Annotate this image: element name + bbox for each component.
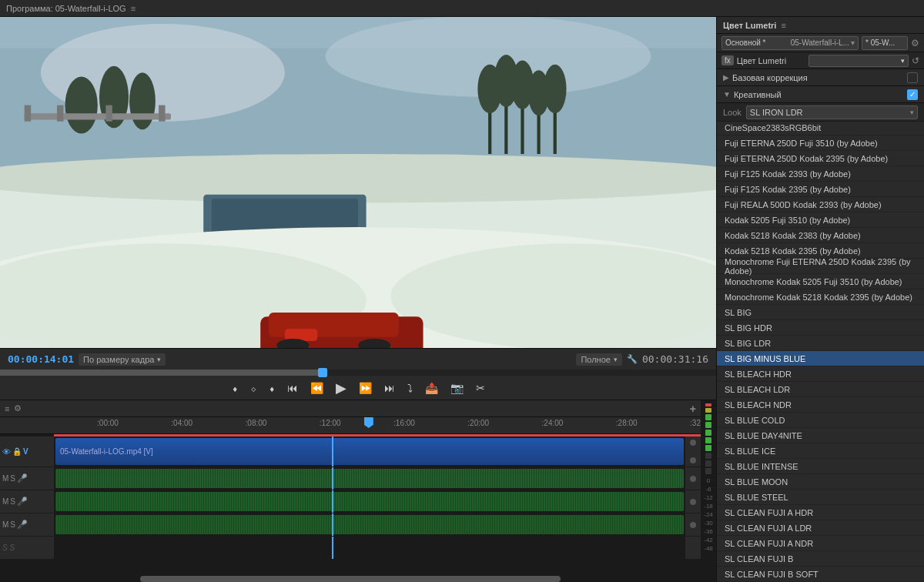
lut-item-8[interactable]: Fuji REALA 500D Kodak 2393 (by Adobe) — [717, 197, 924, 212]
empty-track-controls: S S — [0, 537, 54, 559]
waveform-2 — [55, 492, 684, 511]
add-track-icon[interactable]: + — [690, 403, 696, 415]
effect-file-dropdown[interactable]: * 05-W... — [862, 36, 908, 50]
lut-item-28[interactable]: SL CLEAN FUJI A HDR — [717, 505, 924, 520]
lut-item-22[interactable]: SL BLUE COLD — [717, 413, 924, 428]
mic-icon-3[interactable]: 🎤 — [17, 520, 28, 530]
lut-item-18[interactable]: SL BIG MINUS BLUE — [717, 351, 924, 366]
insert-btn[interactable]: ⤵ — [404, 380, 416, 396]
vu-label-24: -24 — [704, 511, 713, 518]
fx-reset-icon[interactable]: ↺ — [912, 55, 919, 66]
lut-dropdown-list[interactable]: НетPro2_iLog_LUT_1.0.0Обзор...CineSpace2… — [717, 122, 924, 582]
basic-checkbox[interactable] — [907, 72, 918, 83]
solo-label-2[interactable]: S — [10, 497, 15, 506]
lut-item-5[interactable]: Fuji ETERNA 250D Kodak 2395 (by Adobe) — [717, 151, 924, 166]
audio-clip-2[interactable] — [55, 492, 684, 511]
creative-expand-icon[interactable]: ▼ — [723, 90, 731, 99]
audio-track-3-controls: M S 🎤 — [0, 513, 54, 536]
go-to-out-btn[interactable]: ⏭ — [381, 380, 398, 396]
lut-item-19[interactable]: SL BLEACH HDR — [717, 366, 924, 382]
lut-item-15[interactable]: SL BIG — [717, 305, 924, 320]
fit-dropdown[interactable]: По размеру кадра — [79, 353, 166, 366]
audio-3-right — [685, 513, 701, 536]
look-row: Look SL IRON LDR — [717, 103, 924, 122]
timeline-menu-icon[interactable]: ≡ — [5, 404, 9, 413]
lut-item-26[interactable]: SL BLUE MOON — [717, 474, 924, 490]
track-dot-top — [690, 440, 696, 446]
step-fwd-btn[interactable]: ⏩ — [356, 380, 375, 396]
export-btn[interactable]: 📤 — [422, 380, 441, 396]
lut-item-14[interactable]: Monochrome Kodak 5218 Kodak 2395 (by Ado… — [717, 289, 924, 305]
timeline-settings-icon[interactable]: ⚙ — [14, 403, 22, 413]
step-back-btn[interactable]: ⏪ — [307, 380, 326, 396]
basic-correction-header: ▶ Базовая коррекция — [717, 69, 924, 86]
lut-item-16[interactable]: SL BIG HDR — [717, 320, 924, 336]
h-scrollbar[interactable] — [0, 576, 701, 582]
lut-item-4[interactable]: Fuji ETERNA 250D Fuji 3510 (by Adobe) — [717, 135, 924, 151]
source-tab-label: Основной * — [725, 38, 766, 47]
lut-item-25[interactable]: SL BLUE INTENSE — [717, 459, 924, 474]
quality-dropdown[interactable]: Полное — [576, 353, 622, 366]
lut-item-21[interactable]: SL BLEACH NDR — [717, 397, 924, 413]
solo-label-3[interactable]: S — [10, 520, 15, 529]
lut-item-6[interactable]: Fuji F125 Kodak 2393 (by Adobe) — [717, 166, 924, 182]
panel-settings-icon[interactable]: ⚙ — [911, 38, 919, 48]
playback-bar: 00:00:14:01 По размеру кадра Полное 🔧 00… — [0, 348, 716, 370]
scrub-bar[interactable] — [0, 370, 716, 376]
waveform-3 — [55, 515, 684, 534]
source-dropdown[interactable]: Основной * 05-Waterfall-i-L... — [721, 36, 859, 50]
mark-clip-btn[interactable]: ⬧ — [266, 380, 278, 396]
svg-rect-17 — [25, 113, 171, 119]
lut-item-10[interactable]: Kodak 5218 Kodak 2383 (by Adobe) — [717, 228, 924, 243]
lut-item-31[interactable]: SL CLEAN FUJI B — [717, 551, 924, 567]
tracks-container[interactable]: 👁 🔒 V 05-Waterfall-i-LOG.mp4 [V] — [0, 436, 701, 576]
mic-icon-1[interactable]: 🎤 — [17, 473, 28, 483]
lumetri-menu-icon[interactable]: ≡ — [781, 21, 785, 30]
fx-dropdown[interactable]: ▾ — [808, 55, 909, 67]
audio-clip-1[interactable] — [55, 469, 684, 488]
lut-item-30[interactable]: SL CLEAN FUJI A NDR — [717, 536, 924, 551]
vu-green-6 — [705, 437, 711, 443]
lumetri-title: Цвет Lumetri — [723, 21, 776, 30]
h-scrollbar-thumb[interactable] — [140, 576, 561, 582]
creative-checkbox[interactable]: ✓ — [907, 89, 918, 100]
lut-item-12[interactable]: Monochrome Fuji ETERNA 250D Kodak 2395 (… — [717, 259, 924, 274]
solo-label-1[interactable]: S — [10, 474, 15, 483]
wrench-icon[interactable]: 🔧 — [627, 354, 638, 364]
trim-btn[interactable]: ✂ — [473, 380, 488, 396]
mute-label-1[interactable]: M — [2, 474, 8, 483]
go-to-in-btn[interactable]: ⏮ — [284, 380, 301, 396]
vu-off-10 — [705, 468, 711, 474]
topbar-menu-icon[interactable]: ≡ — [131, 4, 136, 13]
vu-off-8 — [705, 453, 711, 459]
audio-clip-3[interactable] — [55, 515, 684, 534]
lut-item-13[interactable]: Monochrome Kodak 5205 Fuji 3510 (by Adob… — [717, 274, 924, 289]
audio-track-1-content — [54, 467, 685, 490]
mute-label-2[interactable]: M — [2, 497, 8, 506]
mic-icon-2[interactable]: 🎤 — [17, 497, 28, 507]
mark-out-btn[interactable]: ⬦ — [247, 380, 259, 396]
playhead-marker-ruler — [364, 417, 373, 428]
play-btn[interactable]: ▶ — [333, 378, 350, 398]
lut-item-17[interactable]: SL BIG LDR — [717, 336, 924, 351]
eye-icon[interactable]: 👁 — [2, 447, 11, 457]
basic-expand-icon[interactable]: ▶ — [723, 73, 729, 82]
lut-item-3[interactable]: CineSpace2383sRGB6bit — [717, 122, 924, 135]
lut-item-24[interactable]: SL BLUE ICE — [717, 443, 924, 459]
lut-item-27[interactable]: SL BLUE STEEL — [717, 490, 924, 505]
empty-track-label: S S — [2, 544, 15, 552]
scrub-marker[interactable] — [318, 368, 327, 377]
lut-item-7[interactable]: Fuji F125 Kodak 2395 (by Adobe) — [717, 182, 924, 197]
mark-in-btn[interactable]: ⬧ — [229, 380, 241, 396]
vu-green-4 — [705, 422, 711, 428]
lut-item-29[interactable]: SL CLEAN FUJI A LDR — [717, 520, 924, 536]
lock-icon[interactable]: 🔒 — [12, 447, 22, 456]
look-dropdown[interactable]: SL IRON LDR — [746, 105, 918, 119]
lut-item-20[interactable]: SL BLEACH LDR — [717, 382, 924, 397]
lut-item-23[interactable]: SL BLUE DAY4NITE — [717, 428, 924, 443]
video-clip[interactable]: 05-Waterfall-i-LOG.mp4 [V] — [55, 438, 684, 465]
lut-item-32[interactable]: SL CLEAN FUJI B SOFT — [717, 567, 924, 582]
camera-btn[interactable]: 📷 — [447, 380, 467, 396]
mute-label-3[interactable]: M — [2, 520, 8, 529]
lut-item-9[interactable]: Kodak 5205 Fuji 3510 (by Adobe) — [717, 212, 924, 228]
